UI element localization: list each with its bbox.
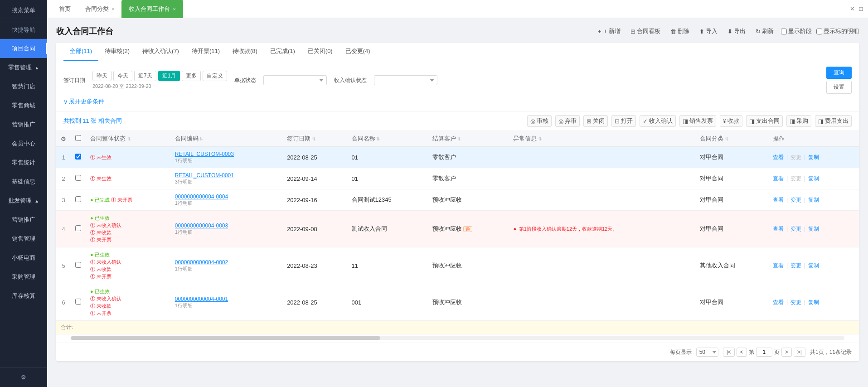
- next-page-btn[interactable]: >: [781, 348, 792, 357]
- view-link[interactable]: 查看: [773, 197, 784, 203]
- sidebar-item-basic-info[interactable]: 基础信息: [0, 172, 47, 191]
- sidebar-item-wholesale-mgmt[interactable]: 批发管理 ▲: [0, 191, 47, 210]
- confirm-status-select[interactable]: [374, 75, 437, 85]
- copy-link[interactable]: 复制: [808, 175, 819, 182]
- sidebar-item-inventory[interactable]: 库存核算: [0, 286, 47, 305]
- sub-tab-all[interactable]: 全部(11): [63, 43, 98, 61]
- sidebar-item-retail-stats[interactable]: 零售统计: [0, 153, 47, 172]
- change-link[interactable]: 变更: [790, 197, 801, 203]
- import-button[interactable]: ⬆ 导入: [697, 25, 720, 37]
- maximize-icon[interactable]: ⊡: [858, 5, 863, 12]
- row-checkbox[interactable]: [75, 262, 81, 268]
- first-page-btn[interactable]: |<: [723, 348, 735, 357]
- copy-link[interactable]: 复制: [808, 262, 819, 269]
- date-btn-1month[interactable]: 近1月: [158, 71, 180, 81]
- tab-contract-category[interactable]: 合同分类 ×: [78, 0, 121, 18]
- sidebar-item-retail-mall[interactable]: 零售商城: [0, 96, 47, 115]
- tab-income-contract-workbench[interactable]: 收入合同工作台 ×: [121, 0, 183, 18]
- view-link[interactable]: 查看: [773, 154, 784, 160]
- page-size-select[interactable]: 50 100 200: [696, 348, 718, 357]
- contract-kanban-button[interactable]: ⊞ 合同看板: [628, 25, 663, 37]
- tab-home[interactable]: 首页: [52, 0, 78, 18]
- action-close-btn[interactable]: ⊠ 关闭: [583, 115, 608, 127]
- row-checkbox[interactable]: [75, 175, 81, 181]
- date-btn-yesterday[interactable]: 昨天: [92, 71, 112, 81]
- view-link[interactable]: 查看: [773, 226, 784, 232]
- change-link[interactable]: 变更: [790, 262, 801, 269]
- sidebar-item-xiaochangec[interactable]: 小畅电商: [0, 248, 47, 267]
- date-btn-custom[interactable]: 自定义: [203, 71, 227, 81]
- tab-close-contract-category[interactable]: ×: [112, 6, 114, 12]
- action-income-confirm-btn[interactable]: ✓ 收入确认: [640, 115, 676, 127]
- row-checkbox-cell[interactable]: [71, 211, 86, 247]
- tab-close-income-contract-workbench[interactable]: ×: [173, 6, 175, 12]
- row-checkbox-cell[interactable]: [71, 284, 86, 321]
- row-checkbox-cell[interactable]: [71, 168, 86, 189]
- row-checkbox-cell[interactable]: [71, 247, 86, 284]
- action-open-btn[interactable]: ⊡ 打开: [611, 115, 636, 127]
- sub-tab-changed[interactable]: 已变更(4): [339, 43, 377, 61]
- show-stages-input[interactable]: [781, 29, 787, 34]
- date-btn-7days[interactable]: 近7天: [134, 71, 156, 81]
- select-all-checkbox[interactable]: [75, 135, 81, 141]
- sidebar-item-marketing2[interactable]: 营销推广: [0, 210, 47, 229]
- show-stages-checkbox[interactable]: 显示阶段: [781, 27, 812, 35]
- sidebar-item-purchase-mgmt[interactable]: 采购管理: [0, 267, 47, 286]
- sidebar-item-sales-mgmt[interactable]: 销售管理: [0, 229, 47, 248]
- close-icon[interactable]: ✕: [850, 5, 855, 12]
- copy-link[interactable]: 复制: [808, 299, 819, 305]
- scrollbar-thumb[interactable]: [71, 336, 380, 340]
- change-link[interactable]: 变更: [790, 226, 801, 232]
- row-checkbox[interactable]: [75, 299, 81, 305]
- col-select-all[interactable]: [71, 131, 86, 147]
- action-expense-btn[interactable]: ◨ 费用支出: [815, 115, 852, 127]
- sidebar-item-project-contract[interactable]: 项目合同: [0, 39, 47, 58]
- sub-tab-pending-invoice[interactable]: 待开票(11): [185, 43, 226, 61]
- sidebar-item-smart-store[interactable]: 智慧门店: [0, 77, 47, 96]
- status-select[interactable]: [263, 75, 327, 85]
- copy-link[interactable]: 复制: [808, 197, 819, 203]
- col-settings[interactable]: ⚙: [56, 131, 71, 147]
- row-checkbox-cell[interactable]: [71, 147, 86, 168]
- query-button[interactable]: 查询: [826, 67, 852, 79]
- sub-tab-pending-review[interactable]: 待审核(2): [98, 43, 136, 61]
- export-button[interactable]: ⬇ 导出: [725, 25, 748, 37]
- set-button[interactable]: 设置: [826, 81, 852, 94]
- delete-button[interactable]: 🗑 删除: [668, 25, 692, 37]
- sidebar-item-member-center[interactable]: 会员中心: [0, 134, 47, 153]
- expand-conditions-btn[interactable]: ∨ 展开更多条件: [63, 97, 852, 106]
- action-purchase-btn[interactable]: ◨ 采购: [786, 115, 811, 127]
- show-detail-input[interactable]: [816, 29, 822, 34]
- action-sales-invoice-btn[interactable]: ◨ 销售发票: [679, 115, 716, 127]
- add-button[interactable]: ＋ + 新增: [594, 25, 623, 37]
- settings-icon[interactable]: ⚙: [0, 368, 47, 387]
- sub-tab-closed[interactable]: 已关闭(0): [301, 43, 339, 61]
- action-expense-contract-btn[interactable]: ◨ 支出合同: [746, 115, 783, 127]
- view-link[interactable]: 查看: [773, 299, 784, 305]
- row-checkbox-cell[interactable]: [71, 189, 86, 211]
- date-btn-more[interactable]: 更多: [182, 71, 201, 81]
- copy-link[interactable]: 复制: [808, 154, 819, 160]
- prev-page-btn[interactable]: <: [737, 348, 747, 357]
- row-checkbox[interactable]: [75, 225, 81, 231]
- sub-tab-completed[interactable]: 已完成(1): [264, 43, 301, 61]
- sub-tab-pending-payment[interactable]: 待收款(8): [226, 43, 264, 61]
- date-btn-today[interactable]: 今天: [113, 71, 132, 81]
- refresh-button[interactable]: ↻ 刷新: [753, 25, 776, 37]
- action-review-btn[interactable]: ◎ 审核: [527, 115, 552, 127]
- sidebar-item-retail-mgmt[interactable]: 零售管理 ▲: [0, 58, 47, 77]
- view-link[interactable]: 查看: [773, 262, 784, 269]
- sidebar-item-marketing[interactable]: 营销推广: [0, 115, 47, 134]
- action-abandon-btn[interactable]: ◎ 弃审: [555, 115, 580, 127]
- page-input[interactable]: [756, 348, 772, 357]
- row-checkbox[interactable]: [75, 196, 81, 202]
- show-detail-checkbox[interactable]: 显示标的明细: [816, 27, 859, 35]
- sub-tab-pending-confirm[interactable]: 待收入确认(7): [136, 43, 185, 61]
- last-page-btn[interactable]: >|: [794, 348, 805, 357]
- copy-link[interactable]: 复制: [808, 226, 819, 232]
- change-link[interactable]: 变更: [790, 299, 801, 305]
- view-link[interactable]: 查看: [773, 175, 784, 182]
- change-link[interactable]: 变更: [790, 154, 801, 160]
- horizontal-scrollbar[interactable]: [71, 336, 844, 340]
- sidebar-quick-nav[interactable]: 快捷导航: [0, 21, 47, 39]
